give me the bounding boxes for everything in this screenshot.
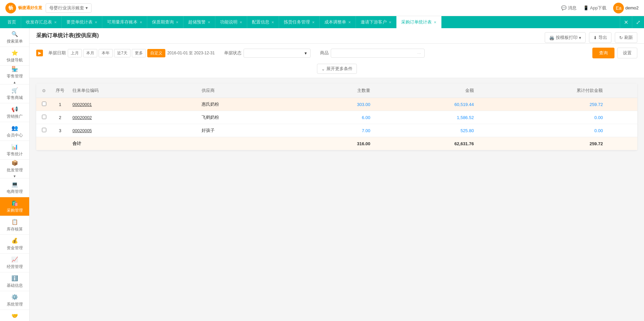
expand-tabs-button[interactable]: ⤢ xyxy=(632,16,644,28)
close-icon[interactable]: ✕ xyxy=(312,20,315,24)
close-icon[interactable]: ✕ xyxy=(95,20,97,24)
row-unit-code[interactable]: 00020005 xyxy=(68,124,198,137)
date-btn-this-year[interactable]: 本年 xyxy=(99,49,113,57)
sidebar-item-search[interactable]: 🔍 搜索菜单 xyxy=(0,28,29,47)
tab-order-summary[interactable]: 要货单统计表 ✕ xyxy=(62,16,102,28)
tab-receive-summary[interactable]: 收发存汇总表 ✕ xyxy=(21,16,62,28)
sidebar-item-stock-check[interactable]: 📋 库存核算 xyxy=(0,216,29,235)
col-paid: 累计付款金额 xyxy=(478,84,607,98)
user-info[interactable]: Ea demo2 xyxy=(613,3,639,13)
refresh-button[interactable]: ↻ 刷新 xyxy=(615,32,637,43)
row-checkbox[interactable] xyxy=(36,111,52,124)
message-button[interactable]: 💬 消息 xyxy=(561,5,577,11)
template-print-button[interactable]: 🖨️ 按模板打印 ▾ xyxy=(545,32,586,43)
footer-empty-2 xyxy=(52,137,68,150)
close-icon[interactable]: ✕ xyxy=(239,20,242,24)
chevron-down-icon: ▾ xyxy=(86,5,88,10)
sidebar-search-label: 搜索菜单 xyxy=(7,39,23,44)
row-paid[interactable]: 259.72 xyxy=(478,98,607,111)
sidebar-item-retail-stat[interactable]: 📊 零售统计 xyxy=(0,141,29,160)
close-icon[interactable]: ✕ xyxy=(434,20,436,24)
workspace-selector[interactable]: 母婴行业演示账套 ▾ xyxy=(46,3,92,13)
footer-quantity: 316.00 xyxy=(293,137,374,150)
sidebar-item-quick-nav[interactable]: ⭐ 快捷导航 xyxy=(0,47,29,66)
row-checkbox[interactable] xyxy=(36,124,52,137)
row-supplier: 好孩子 xyxy=(198,124,294,137)
date-btn-custom[interactable]: 自定义 xyxy=(147,49,165,57)
row-unit-code[interactable]: 00020001 xyxy=(68,98,198,111)
date-btn-this-month[interactable]: 本月 xyxy=(83,49,97,57)
tab-picking[interactable]: 拣货任务管理 ✕ xyxy=(279,16,320,28)
tab-picking-label: 拣货任务管理 xyxy=(284,19,310,25)
expand-more-button[interactable]: ⌄ 展开更多条件 xyxy=(317,64,357,74)
close-icon[interactable]: ✕ xyxy=(208,20,210,24)
tab-cost-adjust[interactable]: 成本调整单 ✕ xyxy=(320,16,356,28)
row-checkbox[interactable] xyxy=(36,98,52,111)
tab-stock-ledger[interactable]: 可用量库存账本 ✕ xyxy=(102,16,147,28)
sidebar-item-retail-mgmt[interactable]: 🏪 零售管理 ▲ xyxy=(0,66,29,85)
row-paid[interactable]: 0.00 xyxy=(478,124,607,137)
close-icon[interactable]: ✕ xyxy=(389,20,391,24)
row-amount[interactable]: 1,586.52 xyxy=(374,111,478,124)
row-seq: 2 xyxy=(52,111,68,124)
close-icon[interactable]: ✕ xyxy=(348,20,351,24)
nav-tabs-end: ✕ ⤢ xyxy=(620,16,644,28)
tab-config[interactable]: 配置信息 ✕ xyxy=(247,16,279,28)
sidebar-item-enterprise[interactable]: 🤝 企业协同 xyxy=(0,310,29,321)
settings-button[interactable]: 设置 xyxy=(617,48,637,58)
row-amount[interactable]: 525.80 xyxy=(374,124,478,137)
app-download-button[interactable]: 📱 App下载 xyxy=(583,5,606,11)
tab-invite-customer[interactable]: 邀请下游客户 ✕ xyxy=(356,16,396,28)
product-input[interactable]: ··· xyxy=(331,49,425,58)
tab-purchase-stat[interactable]: 采购订单统计表 ✕ xyxy=(396,16,441,28)
sidebar-item-basic-info[interactable]: ℹ️ 基础信息 xyxy=(0,272,29,291)
sidebar-member-label: 会员中心 xyxy=(7,132,23,138)
close-all-tabs-button[interactable]: ✕ xyxy=(620,16,632,28)
sidebar-item-ecommerce[interactable]: 💻 电商管理 xyxy=(0,178,29,197)
close-icon[interactable]: ✕ xyxy=(140,20,142,24)
ellipsis-icon[interactable]: ··· xyxy=(417,51,421,56)
row-amount[interactable]: 60,519.44 xyxy=(374,98,478,111)
filter-toggle-button[interactable]: ▶ xyxy=(36,50,43,56)
status-select[interactable]: ▾ xyxy=(244,49,311,58)
date-filter-group: 单据日期 上月 本月 本年 近7天 更多 自定义 2016-01-01 至 20… xyxy=(48,49,215,57)
tab-home[interactable]: 首页 xyxy=(3,16,21,28)
footer-paid: 259.72 xyxy=(478,137,607,150)
sidebar-item-wholesale[interactable]: 📦 批发管理 ▼ xyxy=(0,160,29,178)
sidebar-item-business-mgmt[interactable]: 📈 经营管理 xyxy=(0,254,29,272)
row-paid[interactable]: 0.00 xyxy=(478,111,607,124)
tab-overstock[interactable]: 超储预警 ✕ xyxy=(183,16,215,28)
row-quantity[interactable]: 303.00 xyxy=(293,98,374,111)
row-unit-code[interactable]: 00020002 xyxy=(68,111,198,124)
row-extra xyxy=(607,98,637,111)
sidebar-item-finance[interactable]: 💰 资金管理 xyxy=(0,235,29,254)
sidebar-item-retail-shop[interactable]: 🛒 零售商城 xyxy=(0,85,29,103)
trend-icon: 📈 xyxy=(11,256,18,263)
sidebar-item-sys-mgmt[interactable]: ⚙️ 系统管理 xyxy=(0,291,29,310)
tab-warranty[interactable]: 保质期查询 ✕ xyxy=(147,16,183,28)
sidebar-item-purchase-mgmt[interactable]: 🛍️ 采购管理 xyxy=(0,197,29,216)
tab-func-desc[interactable]: 功能说明 ✕ xyxy=(215,16,247,28)
checkbox-input[interactable] xyxy=(42,128,46,132)
query-button[interactable]: 查询 xyxy=(592,48,614,58)
purchase-stat-table: ⚙ 序号 往来单位编码 供应商 主数量 xyxy=(36,84,637,150)
close-icon[interactable]: ✕ xyxy=(54,20,57,24)
message-label: 消息 xyxy=(568,5,577,11)
row-quantity[interactable]: 7.00 xyxy=(293,124,374,137)
status-filter-group: 单据状态 ▾ xyxy=(224,49,311,58)
date-btn-7days[interactable]: 近7天 xyxy=(114,49,130,57)
export-button[interactable]: ⬇ 导出 xyxy=(589,32,611,43)
checkbox-input[interactable] xyxy=(42,115,46,119)
status-label: 单据状态 xyxy=(224,50,241,56)
footer-amount: 62,631.76 xyxy=(374,137,478,150)
date-btn-last-month[interactable]: 上月 xyxy=(68,49,82,57)
close-icon[interactable]: ✕ xyxy=(271,20,274,24)
row-quantity[interactable]: 6.00 xyxy=(293,111,374,124)
checkbox-input[interactable] xyxy=(42,102,46,106)
sidebar-item-member[interactable]: 👥 会员中心 xyxy=(0,122,29,141)
column-settings-icon[interactable]: ⚙ xyxy=(40,87,48,94)
close-icon[interactable]: ✕ xyxy=(176,20,178,24)
sidebar-item-marketing[interactable]: 📢 营销推广 xyxy=(0,103,29,122)
date-btn-more[interactable]: 更多 xyxy=(132,49,146,57)
row-seq: 3 xyxy=(52,124,68,137)
